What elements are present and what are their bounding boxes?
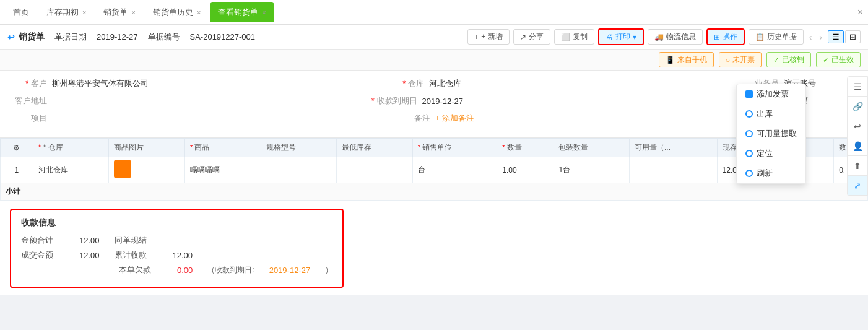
col-pack-qty: 包装数量 bbox=[553, 139, 630, 157]
effective-btn[interactable]: ✓ 已生效 bbox=[816, 52, 861, 67]
operation-dropdown: 添加发票 出库 可用量提取 定位 刷新 bbox=[736, 84, 806, 184]
customer-value: 柳州粤港平安气体有限公司 bbox=[52, 78, 149, 89]
right-icon-expand[interactable]: ⤢ bbox=[848, 176, 867, 196]
form-row-customer: 客户 柳州粤港平安气体有限公司 仓库 河北仓库 业务员 演示账号 bbox=[10, 78, 858, 89]
col-warehouse: * 仓库 bbox=[33, 139, 109, 157]
out-stock-icon bbox=[745, 110, 753, 118]
add-invoice-label: 添加发票 bbox=[757, 89, 789, 100]
address-value: — bbox=[52, 97, 126, 106]
tab-inventory[interactable]: 库存期初 × bbox=[38, 2, 94, 22]
row-product: 嗝嗝嗝嗝 bbox=[185, 157, 261, 183]
payment-row-owed: 本单欠款 0.00 （收款到期日: 2019-12-27 ） bbox=[21, 264, 332, 276]
not-open-btn[interactable]: ○ 未开票 bbox=[719, 52, 762, 67]
print-dropdown-arrow: ▾ bbox=[633, 33, 636, 41]
deal-label: 成交金额 bbox=[21, 250, 64, 261]
form-row-project: 项目 — 备注 添加备注 业务员孟 — bbox=[10, 113, 858, 124]
tab-sales-history-close[interactable]: × bbox=[197, 9, 201, 16]
sales-icon: ↩ bbox=[7, 32, 15, 42]
right-icon-2[interactable]: 🔗 bbox=[848, 97, 867, 116]
dropdown-out-stock[interactable]: 出库 bbox=[737, 104, 805, 124]
share-button[interactable]: ↗ 分享 bbox=[513, 29, 550, 45]
doc-no-label: 单据编号 bbox=[148, 32, 180, 43]
owed-close: ） bbox=[325, 265, 332, 276]
from-phone-btn[interactable]: 📱 来自手机 bbox=[659, 52, 714, 67]
locate-icon bbox=[745, 150, 753, 157]
deal-value: 12.00 bbox=[79, 251, 100, 260]
col-unit: * 销售单位 bbox=[412, 139, 497, 157]
doc-date-value: 2019-12-27 bbox=[97, 32, 138, 41]
dropdown-available-qty[interactable]: 可用量提取 bbox=[737, 124, 805, 144]
tab-view-sales-close[interactable]: × bbox=[262, 9, 266, 16]
refresh-label: 刷新 bbox=[757, 168, 773, 179]
due-date-value: 2019-12-27 bbox=[422, 97, 497, 106]
owed-value: 0.00 bbox=[177, 266, 193, 275]
nav-right-icon[interactable]: › bbox=[817, 32, 824, 42]
note-label: 备注 bbox=[393, 113, 430, 124]
customer-label: 客户 bbox=[10, 78, 47, 89]
payment-row-total: 金额合计 12.00 同单现结 — bbox=[21, 235, 332, 246]
tab-bar-close[interactable]: × bbox=[857, 7, 863, 18]
project-value: — bbox=[52, 114, 126, 123]
dropdown-locate[interactable]: 定位 bbox=[737, 144, 805, 163]
toolbar: ↩ 销货单 单据日期 2019-12-27 单据编号 SA-20191227-0… bbox=[0, 25, 868, 50]
confirm-icon: ✓ bbox=[773, 56, 779, 64]
dropdown-add-invoice[interactable]: 添加发票 bbox=[737, 84, 805, 104]
available-qty-icon bbox=[745, 130, 753, 137]
operation-icon: ⊞ bbox=[714, 33, 720, 41]
list-view-button[interactable]: ☰ bbox=[828, 30, 844, 43]
available-qty-label: 可用量提取 bbox=[757, 128, 797, 139]
right-icon-3[interactable]: ↩ bbox=[848, 116, 867, 136]
tab-view-sales[interactable]: 查看销货单 × bbox=[210, 2, 274, 22]
tab-sales-history[interactable]: 销货单历史 × bbox=[145, 2, 209, 22]
form-row-address: 客户地址 — 收款到期日 2019-12-27 票据类型 不开票 bbox=[10, 95, 858, 106]
tab-inventory-close[interactable]: × bbox=[82, 9, 86, 16]
owed-label: 本单欠款 bbox=[119, 264, 162, 276]
tab-sales[interactable]: 销货单 × bbox=[95, 2, 143, 22]
tab-inventory-label: 库存期初 bbox=[46, 7, 79, 18]
settle-label: 同单现结 bbox=[115, 235, 158, 246]
right-panel: ☰ 🔗 ↩ 👤 ⬆ ⤢ bbox=[847, 76, 868, 196]
dropdown-refresh[interactable]: 刷新 bbox=[737, 163, 805, 183]
main-content: ↩ 销货单 单据日期 2019-12-27 单据编号 SA-20191227-0… bbox=[0, 25, 868, 295]
total-value: 12.00 bbox=[79, 236, 100, 245]
phone-icon: 📱 bbox=[666, 56, 675, 64]
row-pack-qty: 1台 bbox=[553, 157, 630, 183]
tab-sales-close[interactable]: × bbox=[131, 9, 135, 16]
subtotal-row: 小计 bbox=[1, 183, 868, 201]
right-icon-1[interactable]: ☰ bbox=[848, 77, 867, 97]
add-invoice-icon bbox=[745, 90, 753, 98]
right-icon-4[interactable]: 👤 bbox=[848, 136, 867, 156]
logistics-button[interactable]: 🚚 物流信息 bbox=[648, 29, 703, 45]
copy-button[interactable]: ⬜ 复制 bbox=[554, 29, 594, 45]
refresh-icon bbox=[745, 170, 753, 177]
owed-note: （收款到期日: bbox=[207, 265, 254, 276]
row-index: 1 bbox=[1, 157, 33, 183]
right-icon-5[interactable]: ⬆ bbox=[848, 156, 867, 176]
operation-button[interactable]: ⊞ 操作 bbox=[708, 30, 744, 44]
row-warehouse: 河北仓库 bbox=[33, 157, 109, 183]
tab-bar: 首页 库存期初 × 销货单 × 销货单历史 × 查看销货单 × × bbox=[0, 0, 868, 25]
product-image bbox=[114, 160, 131, 178]
row-img bbox=[109, 157, 185, 183]
col-available: 可用量（... bbox=[630, 139, 717, 157]
settings-icon[interactable]: ⚙ bbox=[13, 144, 20, 152]
add-note-button[interactable]: 添加备注 bbox=[435, 113, 474, 124]
print-button[interactable]: 🖨 打印 ▾ bbox=[598, 28, 644, 45]
copy-icon: ⬜ bbox=[561, 33, 570, 41]
history-button[interactable]: 📋 历史单据 bbox=[749, 29, 804, 45]
col-min-stock: 最低库存 bbox=[337, 139, 413, 157]
settle-value: — bbox=[173, 236, 181, 245]
grid-view-button[interactable]: ⊞ bbox=[845, 30, 861, 43]
new-button[interactable]: + + 新增 bbox=[467, 29, 509, 45]
col-settings: ⚙ bbox=[1, 139, 33, 157]
doc-date-label: 单据日期 bbox=[54, 32, 87, 43]
tab-home[interactable]: 首页 bbox=[5, 2, 37, 22]
operation-wrapper: ⊞ 操作 bbox=[706, 28, 745, 45]
tab-sales-history-label: 销货单历史 bbox=[153, 7, 193, 18]
payment-row-deal: 成交金额 12.00 累计收款 12.00 bbox=[21, 250, 332, 261]
nav-left-icon[interactable]: ‹ bbox=[807, 32, 814, 42]
confirmed-btn[interactable]: ✓ 已核销 bbox=[766, 52, 811, 67]
view-toggle: ☰ ⊞ bbox=[828, 30, 861, 43]
print-icon: 🖨 bbox=[605, 33, 613, 41]
row-available bbox=[630, 157, 717, 183]
